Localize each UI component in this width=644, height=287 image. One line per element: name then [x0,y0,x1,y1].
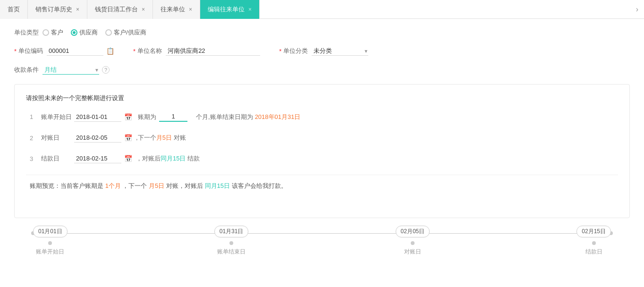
row-2-date-input[interactable] [74,133,121,143]
help-icon[interactable]: ? [102,66,110,74]
timeline-dot-3 [592,241,596,245]
radio-supplier-circle [71,29,77,36]
unit-type-row: 单位类型 客户 供应商 客户/供应商 [14,28,630,37]
row-3-desc-before: ，对账后 [136,154,161,163]
radio-customer-label: 客户 [51,28,63,37]
unit-code-star: * [14,48,17,55]
setting-row-2: 2 对账日 📅 ,下一个 月5日 对账 [26,133,618,143]
payment-condition-select-group: ▼ [42,65,99,75]
unit-type-label: 单位类型 [14,28,39,37]
unit-category-group: * 单位分类 ▼ [279,46,368,56]
timeline-badge-0: 01月01日 [33,226,68,237]
unit-code-input[interactable] [47,46,103,56]
preview-end: 该客户会给我打款。 [232,182,287,189]
row-1-desc-before: 账期为 [138,113,156,121]
timeline: 01月01日 账单开始日 01月31日 账单结束日 02月05日 对账日 02月… [14,226,630,256]
radio-both-label: 客户/供应商 [114,28,146,37]
row-2-highlight1: 月5日 [156,134,172,142]
radio-customer[interactable]: 客户 [42,28,63,37]
payment-condition-row: 收款条件 ▼ ? [14,65,630,75]
unit-category-label: 单位分类 [283,47,308,55]
unit-name-group: * 单位名称 [133,46,260,56]
preview-label: 账期预览：当前客户账期是 [30,182,103,189]
timeline-point-2: 02月05日 对账日 [396,226,430,256]
preview-part3: 同月15日 [205,182,230,189]
radio-both[interactable]: 客户/供应商 [105,28,146,37]
timeline-badge-1: 01月31日 [214,226,249,237]
row-1-desc-after: 个月,账单结束日期为 [196,113,253,121]
row-1-date-input[interactable] [74,112,121,122]
radio-supplier[interactable]: 供应商 [71,28,98,37]
row-3-highlight: 同月15日 [161,154,186,163]
preview-part1: 1个月 [105,182,121,189]
unit-category-star: * [279,48,281,55]
preview-mid1: ，下一个 [122,182,147,189]
tab-unit-label: 往来单位 [161,5,185,14]
row-1-calendar-icon[interactable]: 📅 [124,113,132,121]
tab-edit-unit[interactable]: 编辑往来单位 × [200,0,260,19]
unit-type-radio-group: 客户 供应商 客户/供应商 [42,28,146,37]
unit-code-icon[interactable]: 📋 [106,47,114,55]
row-2-num: 2 [30,135,41,142]
row-3-label: 结款日 [41,154,74,163]
preview-part2: 月5日 [149,182,164,189]
timeline-dot-0 [48,241,52,245]
radio-customer-circle [42,29,49,36]
timeline-label-2: 对账日 [404,248,421,256]
tab-sales-history-close[interactable]: × [76,6,79,13]
tab-home[interactable]: 首页 [0,0,28,19]
tab-cash-work[interactable]: 钱货日清工作台 × [87,0,153,19]
tab-cash-work-label: 钱货日清工作台 [95,5,138,14]
row-2-label: 对账日 [41,134,74,142]
tab-unit[interactable]: 往来单位 × [153,0,200,19]
unit-code-group: * 单位编码 📋 [14,46,114,56]
row-1-label: 账单开始日 [41,113,74,121]
radio-supplier-label: 供应商 [79,28,98,37]
unit-name-input[interactable] [166,46,260,56]
unit-category-input[interactable] [312,46,368,56]
main-content: 单位类型 客户 供应商 客户/供应商 * 单位编码 📋 * 单位名称 [0,19,644,287]
timeline-dot-1 [229,241,233,245]
unit-category-select-group: ▼ [312,46,368,56]
preview-mid2: 对账，对账后 [166,182,203,189]
panel-title: 请按照未来的一个完整帐期进行设置 [26,94,618,102]
timeline-label-1: 账单结束日 [217,248,246,256]
unit-name-star: * [133,48,136,55]
tab-edit-unit-label: 编辑往来单位 [208,5,245,14]
unit-name-label: 单位名称 [137,47,162,55]
preview-text: 账期预览：当前客户账期是 1个月 ，下一个 月5日 对账，对账后 同月15日 该… [30,182,614,190]
row-2-desc-after: 对账 [174,134,186,142]
payment-condition-label: 收款条件 [14,66,39,74]
setting-row-3: 3 结款日 📅 ，对账后 同月15日 结款 [26,154,618,163]
row-1-highlight: 2018年01月31日 [255,113,301,121]
tab-home-label: 首页 [8,5,20,14]
tab-edit-unit-close[interactable]: × [248,6,252,13]
tab-unit-close[interactable]: × [189,6,192,13]
tab-more-button[interactable]: › [630,5,644,14]
timeline-points: 01月01日 账单开始日 01月31日 账单结束日 02月05日 对账日 02月… [33,226,611,256]
row-3-calendar-icon[interactable]: 📅 [124,155,132,162]
unit-code-label: 单位编码 [18,47,43,55]
row-3-date-input[interactable] [74,154,121,163]
setting-row-1: 1 账单开始日 📅 账期为 个月,账单结束日期为 2018年01月31日 [26,112,618,122]
row-2-calendar-icon[interactable]: 📅 [124,134,132,142]
timeline-point-3: 02月15日 结款日 [576,226,611,256]
timeline-badge-3: 02月15日 [576,226,611,237]
tab-cash-work-close[interactable]: × [142,6,145,13]
settings-panel: 请按照未来的一个完整帐期进行设置 1 账单开始日 📅 账期为 个月,账单结束日期… [14,84,630,218]
row-3-num: 3 [30,155,41,162]
timeline-label-0: 账单开始日 [36,248,64,256]
row-2-desc-before: ,下一个 [136,134,156,142]
unit-info-row: * 单位编码 📋 * 单位名称 * 单位分类 ▼ [14,46,630,56]
radio-both-circle [105,29,112,36]
timeline-point-1: 01月31日 账单结束日 [214,226,249,256]
row-1-num: 1 [30,113,41,120]
tab-sales-history[interactable]: 销售订单历史 × [28,0,87,19]
row-1-period-input[interactable] [159,112,187,122]
payment-condition-input[interactable] [42,65,99,75]
tabs-bar: 首页 销售订单历史 × 钱货日清工作台 × 往来单位 × 编辑往来单位 × › [0,0,644,19]
tab-sales-history-label: 销售订单历史 [35,5,72,14]
timeline-badge-2: 02月05日 [396,226,430,237]
timeline-label-3: 结款日 [585,248,602,256]
timeline-dot-2 [411,241,415,245]
